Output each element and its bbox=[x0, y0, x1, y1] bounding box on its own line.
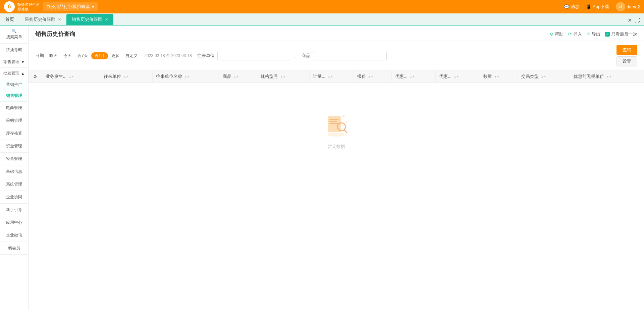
date-opt-last7[interactable]: 近7天 bbox=[75, 52, 91, 59]
counterparty-input-wrapper: ... bbox=[217, 51, 297, 60]
sidebar-item-inventory[interactable]: 库存核算 bbox=[0, 127, 28, 140]
page-header: 销售历史价查询 ⊙ 帮助 ⟳ 导入 ⟲ 导出 ✓ 只看最后一次 bbox=[29, 25, 644, 41]
search-icon: 🔍 bbox=[12, 29, 17, 34]
topbar-right: 💬 消息 📱 App下载 d demo2 bbox=[564, 2, 640, 11]
th-gear[interactable]: ⚙ bbox=[29, 71, 42, 83]
svg-text:✦: ✦ bbox=[342, 114, 345, 119]
sidebar-member-label: 畅会员 bbox=[8, 245, 20, 251]
sidebar-item-quicknav[interactable]: 快捷导航 bbox=[0, 44, 28, 56]
tab-purchase-history[interactable]: 采购历史价跟踪 ✕ bbox=[19, 14, 66, 25]
svg-rect-4 bbox=[329, 123, 338, 124]
th-goods[interactable]: 商品 ▲▼ bbox=[219, 71, 257, 83]
user-avatar-area[interactable]: d demo2 bbox=[616, 2, 640, 11]
sidebar-enterprise-label: 企业协同 bbox=[6, 194, 22, 200]
only-last-label: 只看最后一次 bbox=[611, 31, 637, 37]
sidebar-item-basic-info[interactable]: 基础信息 bbox=[0, 165, 28, 178]
sidebar-item-retail[interactable]: 零售管理 ▼ bbox=[0, 56, 28, 68]
goods-filter-label: 商品 bbox=[302, 53, 310, 59]
date-opt-yesterday[interactable]: 昨天 bbox=[47, 52, 60, 59]
sidebar-item-wholesale[interactable]: 批发管理 ▲ bbox=[0, 68, 28, 79]
sidebar-item-system[interactable]: 系统管理 bbox=[0, 178, 28, 191]
only-last-checkbox-label[interactable]: ✓ 只看最后一次 bbox=[605, 31, 637, 37]
import-icon: ⟳ bbox=[568, 32, 572, 37]
sort-arrows-discount1: ▲▼ bbox=[410, 75, 415, 78]
sidebar-item-wechat[interactable]: 企业微信 bbox=[0, 229, 28, 242]
th-discount1[interactable]: 优惠... ▲▼ bbox=[392, 71, 436, 83]
empty-illustration: ✦ ✦ bbox=[321, 109, 352, 140]
export-label: 导出 bbox=[592, 31, 600, 37]
sort-arrows-discount2: ▲▼ bbox=[454, 75, 459, 78]
maximize-btn[interactable]: ⛶ bbox=[635, 17, 640, 23]
counterparty-input[interactable] bbox=[217, 51, 291, 60]
th-trade-type[interactable]: 交易类型 ▲▼ bbox=[518, 71, 570, 83]
th-quantity-label: 数量 bbox=[483, 74, 492, 79]
counterparty-filter-group: 往来单位 ... bbox=[197, 51, 297, 60]
filter-bar: 日期 昨天 今天 近7天 近1月 更多 自定义 2023-02-18 至 202… bbox=[29, 41, 644, 71]
th-quote[interactable]: 报价 ▲▼ bbox=[354, 71, 392, 83]
th-counterparty-name[interactable]: 往来单位名称 ▲▼ bbox=[153, 71, 219, 83]
sort-arrows-counterparty-name: ▲▼ bbox=[184, 75, 190, 78]
th-quantity[interactable]: 数量 ▲▼ bbox=[480, 71, 518, 83]
tab-sales-close[interactable]: ✕ bbox=[105, 18, 108, 21]
sort-arrows-counterparty-code: ▲▼ bbox=[123, 75, 129, 78]
sidebar-sales-mgmt-label: 销售管理 bbox=[6, 93, 22, 98]
th-counterparty-code[interactable]: 往来单位 ▲▼ bbox=[100, 71, 153, 83]
app-download-btn[interactable]: 📱 App下载 bbox=[586, 4, 609, 10]
message-icon: 💬 bbox=[564, 4, 569, 9]
date-opt-last1m[interactable]: 近1月 bbox=[91, 52, 108, 59]
sidebar-item-search[interactable]: 🔍 搜索菜单 bbox=[0, 25, 28, 44]
sidebar-item-ecommerce[interactable]: 电商管理 bbox=[0, 102, 28, 114]
sidebar-item-operations[interactable]: 经营管理 bbox=[0, 153, 28, 165]
help-btn[interactable]: ⊙ 帮助 bbox=[550, 31, 564, 37]
tab-purchase-close[interactable]: ✕ bbox=[58, 18, 61, 21]
import-btn[interactable]: ⟳ 导入 bbox=[568, 31, 582, 37]
sort-arrows-unit: ▲▼ bbox=[328, 75, 333, 78]
date-opt-custom[interactable]: 自定义 bbox=[123, 52, 140, 59]
app-download-label: App下载 bbox=[593, 4, 609, 10]
topbar: 6 畅捷通好生意 标准版 办公用品行业模拟账套 ▾ 💬 消息 📱 App下载 d… bbox=[0, 0, 644, 13]
goods-input[interactable] bbox=[313, 51, 387, 60]
th-discount2-label: 优惠... bbox=[439, 74, 451, 79]
sidebar-wholesale-label: 批发管理 bbox=[3, 70, 19, 76]
close-tab-btn[interactable]: ✕ bbox=[628, 17, 632, 23]
sidebar-item-enterprise[interactable]: 企业协同 bbox=[0, 191, 28, 204]
query-button[interactable]: 查询 bbox=[616, 45, 637, 55]
company-dropdown[interactable]: 办公用品行业模拟账套 ▾ bbox=[43, 2, 98, 11]
sidebar-item-purchase[interactable]: 采购管理 bbox=[0, 114, 28, 127]
goods-dots[interactable]: ... bbox=[388, 53, 392, 58]
export-btn[interactable]: ⟲ 导出 bbox=[587, 31, 600, 37]
th-biz-date[interactable]: 业务发生... ▲▼ bbox=[42, 71, 100, 83]
tab-sales-history[interactable]: 销售历史价跟踪 ✕ bbox=[66, 14, 113, 25]
th-unit[interactable]: 计量... ▲▼ bbox=[310, 71, 354, 83]
company-label: 办公用品行业模拟账套 bbox=[46, 4, 90, 10]
sidebar-ecommerce-label: 电商管理 bbox=[6, 105, 22, 111]
message-btn[interactable]: 💬 消息 bbox=[564, 4, 579, 10]
sort-arrows-quote: ▲▼ bbox=[368, 75, 373, 78]
sidebar-item-finance[interactable]: 资金管理 bbox=[0, 140, 28, 153]
th-unit-label: 计量... bbox=[313, 74, 325, 79]
th-spec[interactable]: 规格型号 ▲▼ bbox=[257, 71, 310, 83]
empty-text: 暂无数据 bbox=[328, 144, 345, 150]
th-goods-label: 商品 bbox=[223, 74, 231, 79]
sidebar-item-sales-mgmt[interactable]: 销售管理 bbox=[0, 90, 28, 101]
sidebar-item-newbie[interactable]: 新手引导 bbox=[0, 204, 28, 216]
data-table: ⚙ 业务发生... ▲▼ 往来单位 ▲▼ 往来单位名称 ▲▼ bbox=[29, 71, 644, 83]
sidebar-purchase-label: 采购管理 bbox=[6, 118, 22, 123]
tab-home[interactable]: 首页 bbox=[0, 14, 19, 25]
only-last-checkbox[interactable]: ✓ bbox=[605, 32, 610, 37]
th-pretax-price[interactable]: 优惠前无税单价 ▲▼ bbox=[570, 71, 644, 83]
sidebar-item-marketing[interactable]: 营销推广 bbox=[0, 79, 28, 90]
th-discount2[interactable]: 优惠... ▲▼ bbox=[436, 71, 480, 83]
sidebar-item-apps[interactable]: 应用中心 bbox=[0, 216, 28, 229]
sidebar-item-member[interactable]: 畅会员 bbox=[0, 242, 28, 255]
date-opt-more[interactable]: 更多 bbox=[109, 52, 122, 59]
sort-arrows-quantity: ▲▼ bbox=[494, 75, 499, 78]
counterparty-dots[interactable]: ... bbox=[292, 53, 297, 58]
message-label: 消息 bbox=[571, 4, 579, 10]
settings-button[interactable]: 设置 bbox=[616, 56, 637, 66]
goods-input-wrapper: ... bbox=[313, 51, 392, 60]
tab-sales-label: 销售历史价跟踪 bbox=[72, 16, 102, 22]
th-trade-type-label: 交易类型 bbox=[521, 74, 539, 79]
date-opt-today[interactable]: 今天 bbox=[61, 52, 74, 59]
sidebar-basic-info-label: 基础信息 bbox=[6, 169, 22, 174]
